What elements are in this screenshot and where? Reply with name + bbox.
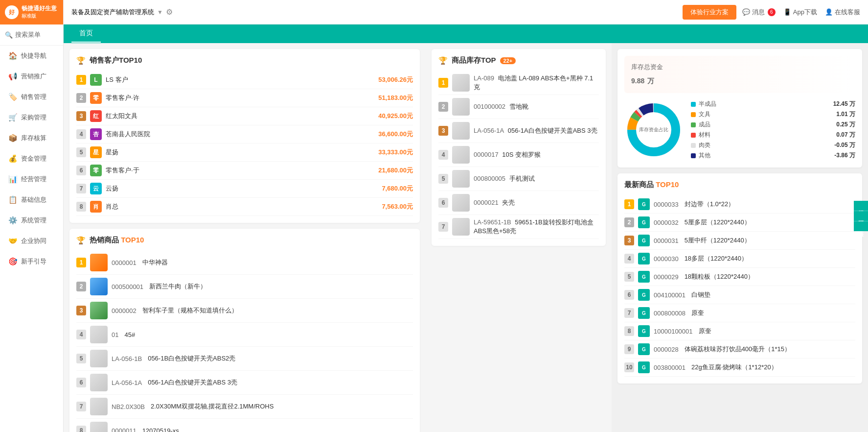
app-label: App下载 — [793, 8, 817, 17]
rank-number: 2 — [624, 217, 634, 227]
customer-rank-label: 销售客户TOP10 — [90, 56, 142, 65]
rank-item: 4 杏 苍南县人民医院 36,600.00元 — [76, 125, 413, 144]
legend-value: 12.45 万 — [833, 100, 855, 108]
product-icon: G — [638, 289, 650, 301]
product-name: 22g鱼豆腐·烧烤味（1*12*20） — [691, 363, 855, 372]
sidebar-item-label: 采购管理 — [21, 113, 46, 122]
inventory-legend: 半成品 12.45 万 文具 1.01 万 成品 0.25 万 — [691, 99, 855, 161]
product-image — [90, 350, 108, 367]
product-image — [452, 170, 470, 188]
prod-rank-item: 5 000800005 手机测试 — [438, 167, 599, 191]
service-button[interactable]: 👤 在线客服 — [825, 8, 860, 17]
inventory-total-section: 库存总资金 9.88 万 — [624, 56, 855, 93]
service-community-button[interactable]: 服务社区 — [854, 211, 868, 221]
sidebar-item-purchase[interactable]: 🛒 采购管理 — [0, 107, 63, 128]
product-icon: G — [638, 307, 650, 319]
sidebar-item-guide[interactable]: 🎯 新手引导 — [0, 251, 63, 272]
sidebar-item-marketing[interactable]: 📢 营销推广 — [0, 66, 63, 87]
rank-value: 33,333.00元 — [378, 148, 413, 157]
product-code: 10000100001 — [654, 328, 693, 335]
legend-item: 成品 0.25 万 — [691, 120, 855, 130]
product-code: 0000001 — [112, 259, 137, 266]
hot-products-label: 热销商品 TOP10 — [90, 236, 144, 245]
product-info: 0000021 夹壳 — [474, 198, 599, 207]
rank-number: 2 — [76, 282, 86, 291]
rank-item: 6 零 零售客户·于 21,680.00元 — [76, 162, 413, 180]
sidebar-item-system[interactable]: ⚙️ 系统管理 — [0, 210, 63, 231]
trophy-icon: 🏆 — [76, 56, 86, 65]
search-icon: 🔍 — [5, 31, 13, 39]
legend-label: 其他 — [699, 151, 831, 160]
product-info: 001000002 雪地靴 — [474, 102, 599, 111]
legend-item: 其他 -3.86 万 — [691, 150, 855, 161]
rank-number: 1 — [624, 199, 634, 209]
product-icon: G — [638, 198, 650, 210]
product-code: LA-59651-1B — [474, 218, 511, 226]
customer-rank-card: 🏆 销售客户TOP10 1 L LS 客户 53,006.26元 2 零 零售客… — [69, 49, 420, 223]
topbar-title: 装备及固定资产辅助管理系统 — [71, 8, 154, 17]
rank-item: 8 肖 肖总 7,563.00元 — [76, 198, 413, 216]
product-image — [452, 122, 470, 140]
legend-dot-finished — [691, 122, 696, 127]
rank-number: 3 — [76, 111, 86, 121]
rank-number: 5 — [76, 354, 86, 363]
service-label: 在线客服 — [835, 8, 860, 17]
product-name: 雪地靴 — [509, 103, 528, 110]
product-info: LA-056-1A 056-1A白色按键开关盖ABS 3壳 — [474, 126, 599, 135]
rank-value: 7,680.00元 — [382, 184, 413, 193]
product-name: 056-1A白色按键开关盖ABS 3壳 — [508, 127, 597, 134]
customer-rank-title: 🏆 销售客户TOP10 — [76, 56, 413, 65]
product-code: 0000021 — [474, 199, 499, 206]
search-menu-button[interactable]: 🔍 搜索菜单 — [5, 28, 58, 41]
inventory-total-label: 库存总资金 — [631, 63, 848, 72]
product-image — [90, 278, 108, 295]
gear-icon[interactable]: ⚙ — [166, 7, 173, 17]
message-button[interactable]: 💬 消息 6 — [742, 8, 776, 17]
product-code: 0000028 — [654, 346, 679, 353]
chevron-down-icon: ▼ — [157, 9, 163, 16]
sidebar-item-label: 基础信息 — [21, 195, 46, 204]
product-name: 封边带（1.0*22） — [685, 200, 855, 209]
customer-service-button[interactable]: 客服热线 — [854, 201, 868, 211]
left-panel: 🏆 销售客户TOP10 1 L LS 客户 53,006.26元 2 零 零售客… — [64, 43, 426, 432]
sidebar-item-quick-nav[interactable]: 🏠 快捷导航 — [0, 46, 63, 66]
product-name: 原奎 — [699, 327, 855, 336]
product-image — [452, 74, 470, 92]
product-code: 0000002 — [112, 307, 137, 314]
sidebar-item-label: 销售管理 — [21, 93, 46, 101]
legend-dot-other — [691, 153, 696, 158]
sidebar-item-operation[interactable]: 📊 经营管理 — [0, 169, 63, 190]
sidebar-logo: 好 畅捷通好生意 标准版 — [0, 0, 63, 24]
sidebar-item-label: 快捷导航 — [21, 51, 46, 60]
sidebar-item-basic-info[interactable]: 📋 基础信息 — [0, 190, 63, 210]
sidebar-item-finance[interactable]: 💰 资金管理 — [0, 148, 63, 169]
prod-inv-label: 商品库存TOP — [452, 56, 496, 65]
product-image — [452, 98, 470, 116]
rank-number: 7 — [624, 308, 634, 318]
sidebar-item-enterprise[interactable]: 🤝 企业协同 — [0, 231, 63, 251]
product-code: 01 — [112, 331, 118, 338]
app-download-button[interactable]: 📱 App下载 — [783, 8, 817, 17]
sidebar-search[interactable]: 🔍 搜索菜单 — [0, 24, 63, 46]
page-nav-home[interactable]: 首页 — [71, 25, 101, 43]
donut-center-label: 库存资金占比 — [639, 126, 668, 133]
product-image — [452, 146, 470, 164]
product-icon: G — [638, 361, 650, 373]
trial-button[interactable]: 体验行业方案 — [683, 5, 736, 20]
product-code: 0000033 — [654, 201, 679, 208]
legend-dot-semifinished — [691, 102, 696, 107]
sidebar-item-inventory[interactable]: 📦 库存核算 — [0, 128, 63, 148]
marketing-icon: 📢 — [8, 72, 17, 81]
sidebar-item-label: 系统管理 — [21, 216, 46, 225]
inventory-chart-section: 库存资金占比 半成品 12.45 万 文具 1.01 万 — [624, 99, 855, 161]
sidebar-item-sales[interactable]: 🏷️ 销售管理 — [0, 87, 63, 107]
rank-number: 5 — [438, 174, 448, 184]
rank-avatar: 星 — [90, 146, 102, 158]
inventory-value-unit: 万 — [647, 77, 654, 85]
rank-value: 7,563.00元 — [382, 202, 413, 211]
legend-item: 肉类 -0.05 万 — [691, 140, 855, 150]
live-stream-button[interactable]: 直播 — [854, 221, 868, 231]
product-name: 18多层（1220*2440） — [685, 254, 855, 263]
rank-item: 1 L LS 客户 53,006.26元 — [76, 71, 413, 89]
rank-name: 零售客户·许 — [106, 94, 374, 102]
